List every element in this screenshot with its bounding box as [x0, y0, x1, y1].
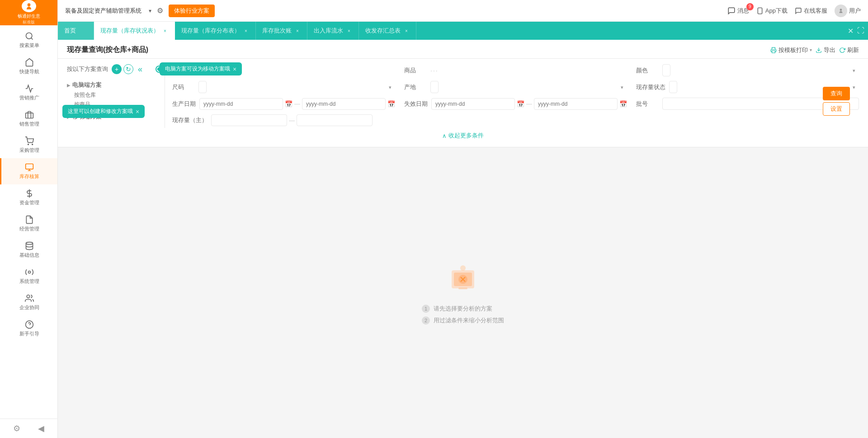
- stock-main-to[interactable]: [297, 114, 373, 126]
- settings-icon[interactable]: ⚙: [13, 424, 20, 433]
- refresh-scheme-button[interactable]: ↻: [123, 64, 133, 74]
- back-scheme-button[interactable]: «: [135, 64, 145, 74]
- stock-main-from[interactable]: [211, 114, 287, 126]
- sidebar-item-sales[interactable]: 销售管理: [0, 106, 57, 132]
- filter-scheme-row: 按以下方案查询 + ↻ «: [67, 64, 157, 74]
- size-filter: 尺码: [172, 81, 395, 93]
- tab-stock-status[interactable]: 现存量（库存状况表） ×: [94, 22, 175, 40]
- empty-state: 1 请先选择要分析的方案 2 用过滤条件来缩小分析范围: [422, 261, 504, 325]
- scheme-item-0[interactable]: 按照仓库: [74, 90, 157, 100]
- size-select-wrapper: [198, 81, 395, 93]
- sidebar-item-enterprise-label: 企业协同: [19, 304, 39, 311]
- empty-hint-1: 1 请先选择要分析的方案: [422, 305, 504, 313]
- sidebar-item-guide[interactable]: 新手引导: [0, 316, 57, 342]
- experience-button[interactable]: 体验行业方案: [169, 5, 215, 17]
- export-button[interactable]: 导出: [816, 46, 835, 54]
- sidebar-item-inventory[interactable]: 库存核算: [0, 158, 57, 184]
- expiry-date-from[interactable]: [431, 98, 515, 110]
- size-select[interactable]: [198, 81, 207, 93]
- sidebar-footer: ⚙ ◀: [0, 419, 57, 438]
- print-dropdown-icon[interactable]: ▾: [810, 47, 812, 52]
- collapse-sidebar-icon[interactable]: ◀: [38, 424, 44, 433]
- goods-dots[interactable]: ···: [430, 67, 439, 74]
- user-item[interactable]: 用户: [835, 5, 861, 17]
- tab-stock-status-label: 现存量（库存状况表）: [100, 27, 159, 35]
- tooltip2-text: 这里可以创建和修改方案哦: [68, 108, 133, 115]
- refresh-button[interactable]: 刷新: [839, 46, 859, 54]
- tooltip2-close[interactable]: ×: [136, 108, 139, 115]
- app-download-item[interactable]: App下载: [756, 7, 788, 15]
- online-service-item[interactable]: 在线客服: [795, 7, 827, 15]
- stock-status-select[interactable]: [669, 81, 677, 93]
- origin-filter: 产地: [404, 81, 627, 93]
- production-date-from-icon[interactable]: 📅: [285, 100, 292, 108]
- collapse-up-icon: ∧: [442, 132, 447, 139]
- print-button[interactable]: 按模板打印 ▾: [770, 46, 812, 54]
- messages-item[interactable]: 9 消息: [727, 7, 749, 15]
- tab-inout-flow-close[interactable]: ×: [346, 28, 352, 34]
- tab-home[interactable]: 首页: [58, 22, 94, 40]
- expiry-date-filter: 失效日期 📅 — 📅: [404, 98, 627, 110]
- svg-rect-16: [772, 51, 775, 53]
- hint-num-1: 1: [422, 305, 430, 313]
- goods-filter: 商品 ···: [404, 64, 627, 76]
- expiry-date-label: 失效日期: [404, 100, 428, 108]
- expiry-date-to[interactable]: [534, 98, 618, 110]
- message-badge: 9: [746, 3, 754, 10]
- sidebar-item-ops[interactable]: 经营管理: [0, 211, 57, 237]
- tab-batch-ledger-label: 库存批次账: [262, 27, 292, 35]
- print-label: 按模板打印: [778, 46, 808, 54]
- stock-main-sep: —: [289, 117, 295, 124]
- reset-button[interactable]: 设置: [823, 102, 850, 116]
- sidebar-item-sales-label: 销售管理: [19, 121, 39, 127]
- tab-collect-summary[interactable]: 收发存汇总表 ×: [359, 22, 416, 40]
- sidebar-item-quicknav[interactable]: 快捷导航: [0, 53, 57, 80]
- sidebar-item-finance[interactable]: 资金管理: [0, 184, 57, 211]
- expiry-date-to-icon[interactable]: 📅: [619, 100, 627, 108]
- tab-inout-flow-label: 出入库流水: [314, 27, 343, 35]
- search-buttons: 查询 设置: [823, 87, 850, 116]
- topbar: 装备及固定资产辅助管理系统 ▾ ⚙ 体验行业方案 9 消息 App下载 在线客服: [58, 0, 868, 22]
- tab-close-all-icon[interactable]: ✕: [848, 27, 854, 35]
- expiry-date-from-icon[interactable]: 📅: [517, 100, 524, 108]
- tab-stock-dist-close[interactable]: ×: [243, 28, 249, 34]
- tooltip1-close[interactable]: ×: [233, 66, 236, 73]
- origin-select[interactable]: [430, 81, 439, 93]
- sidebar-item-quicknav-label: 快捷导航: [19, 68, 39, 75]
- topbar-right: 9 消息 App下载 在线客服 用户: [727, 5, 861, 17]
- sidebar-item-ops-label: 经营管理: [19, 226, 39, 232]
- topbar-settings-icon[interactable]: ⚙: [157, 6, 163, 15]
- system-dropdown-icon[interactable]: ▾: [149, 8, 151, 14]
- tab-stock-dist[interactable]: 现存量（库存分布表） ×: [175, 22, 256, 40]
- production-date-from[interactable]: [199, 98, 283, 110]
- svg-point-9: [28, 271, 31, 273]
- tab-collect-summary-label: 收发存汇总表: [365, 27, 401, 35]
- filter-collapse-row: ∧ 收起更多条件: [67, 128, 859, 141]
- user-label: 用户: [849, 7, 861, 15]
- tab-batch-ledger[interactable]: 库存批次账 ×: [256, 22, 307, 40]
- logo-icon: [22, 0, 36, 12]
- sidebar-item-base[interactable]: 基础信息: [0, 237, 57, 263]
- search-button[interactable]: 查询: [823, 87, 850, 100]
- tab-fullscreen-icon[interactable]: ⛶: [857, 27, 864, 35]
- sidebar-item-search[interactable]: 搜索菜单: [0, 27, 57, 53]
- color-select-wrapper: [662, 64, 859, 76]
- production-date-to[interactable]: [302, 98, 386, 110]
- production-date-to-icon[interactable]: 📅: [387, 100, 395, 108]
- svg-rect-21: [458, 287, 467, 289]
- tab-collect-summary-close[interactable]: ×: [403, 28, 410, 34]
- tab-batch-ledger-close[interactable]: ×: [294, 28, 301, 34]
- sidebar-item-system[interactable]: 系统管理: [0, 263, 57, 289]
- tooltip1-text: 电脑方案可设为移动方案哦: [165, 65, 230, 73]
- color-select[interactable]: [662, 64, 670, 76]
- sidebar-item-enterprise[interactable]: 企业协同: [0, 289, 57, 316]
- pc-scheme-group[interactable]: ▶ 电脑端方案: [67, 80, 157, 90]
- tab-stock-status-close[interactable]: ×: [162, 28, 168, 34]
- collapse-button[interactable]: ∧ 收起更多条件: [442, 132, 484, 140]
- sidebar-item-purchase[interactable]: 采购管理: [0, 132, 57, 158]
- add-scheme-button[interactable]: +: [112, 64, 122, 74]
- sidebar-item-marketing[interactable]: 营销推广: [0, 80, 57, 106]
- empty-illustration: [445, 261, 481, 297]
- tab-inout-flow[interactable]: 出入库流水 ×: [307, 22, 359, 40]
- svg-point-15: [840, 9, 842, 11]
